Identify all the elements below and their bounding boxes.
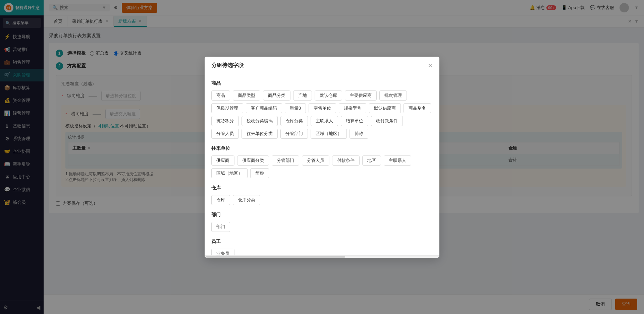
field-tag-0-17[interactable]: 主联系人 <box>311 116 338 126</box>
field-group-title-1: 往来单位 <box>211 145 433 151</box>
field-tag-0-23[interactable]: 区域（地区） <box>311 129 347 139</box>
modal-overlay: 分组待选字段 ✕ 商品商品商品类型商品分类产地默认仓库主要供应商批次管理保质期管… <box>0 0 644 314</box>
field-tag-0-8[interactable]: 客户商品编码 <box>246 103 282 113</box>
field-tag-0-15[interactable]: 税收分类编码 <box>241 116 278 126</box>
field-tag-1-2[interactable]: 分管部门 <box>272 155 299 166</box>
field-tag-0-14[interactable]: 拣货积分 <box>211 116 239 126</box>
field-group-title-4: 员工 <box>211 239 433 245</box>
field-tag-1-5[interactable]: 地区 <box>362 155 381 166</box>
field-tag-2-1[interactable]: 仓库分类 <box>233 195 260 205</box>
field-tags-1: 供应商供应商分类分管部门分管人员付款条件地区主联系人区域（地区）简称 <box>211 155 433 178</box>
modal-close-button[interactable]: ✕ <box>428 62 433 69</box>
modal-body[interactable]: 商品商品商品类型商品分类产地默认仓库主要供应商批次管理保质期管理客户商品编码重量… <box>205 75 439 255</box>
field-tag-2-0[interactable]: 仓库 <box>211 195 230 205</box>
field-tag-0-2[interactable]: 商品分类 <box>263 90 290 101</box>
field-group-1: 往来单位供应商供应商分类分管部门分管人员付款条件地区主联系人区域（地区）简称 <box>211 145 433 178</box>
field-tag-1-0[interactable]: 供应商 <box>211 155 234 166</box>
field-tag-0-3[interactable]: 产地 <box>293 90 312 101</box>
field-tags-4: 业务员 <box>211 249 433 255</box>
field-tags-0: 商品商品类型商品分类产地默认仓库主要供应商批次管理保质期管理客户商品编码重量3零… <box>211 90 433 139</box>
field-tag-0-13[interactable]: 商品别名 <box>404 103 431 113</box>
field-tag-1-3[interactable]: 分管人员 <box>302 155 329 166</box>
field-tag-0-11[interactable]: 规格型号 <box>339 103 366 113</box>
field-tag-0-1[interactable]: 商品类型 <box>233 90 260 101</box>
field-tag-1-1[interactable]: 供应商分类 <box>237 155 269 166</box>
field-group-4: 员工业务员 <box>211 239 433 255</box>
field-tag-0-4[interactable]: 默认仓库 <box>315 90 342 101</box>
field-tag-0-7[interactable]: 保质期管理 <box>211 103 243 113</box>
field-tag-0-9[interactable]: 重量3 <box>285 103 306 113</box>
field-tag-0-6[interactable]: 批次管理 <box>379 90 407 101</box>
field-group-2: 仓库仓库仓库分类 <box>211 185 433 205</box>
field-tag-0-0[interactable]: 商品 <box>211 90 230 101</box>
field-tag-3-0[interactable]: 部门 <box>211 222 230 232</box>
field-tag-0-21[interactable]: 往来单位分类 <box>241 129 278 139</box>
field-tag-0-5[interactable]: 主要供应商 <box>345 90 377 101</box>
field-tag-1-6[interactable]: 主联系人 <box>384 155 411 166</box>
modal-header: 分组待选字段 ✕ <box>205 57 439 75</box>
field-tag-1-7[interactable]: 区域（地区） <box>211 168 248 178</box>
field-tag-0-16[interactable]: 仓库分类 <box>280 116 308 126</box>
modal: 分组待选字段 ✕ 商品商品商品类型商品分类产地默认仓库主要供应商批次管理保质期管… <box>205 57 439 258</box>
field-tag-0-22[interactable]: 分管部门 <box>280 129 308 139</box>
field-tag-0-10[interactable]: 零售单位 <box>309 103 336 113</box>
field-group-title-0: 商品 <box>211 80 433 86</box>
field-tag-0-20[interactable]: 分管人员 <box>211 129 239 139</box>
field-tag-1-8[interactable]: 简称 <box>250 168 269 178</box>
field-tag-4-0[interactable]: 业务员 <box>211 249 234 255</box>
field-group-0: 商品商品商品类型商品分类产地默认仓库主要供应商批次管理保质期管理客户商品编码重量… <box>211 80 433 139</box>
field-tag-0-18[interactable]: 结算单位 <box>341 116 368 126</box>
field-group-title-2: 仓库 <box>211 185 433 191</box>
field-tag-0-24[interactable]: 简称 <box>350 129 368 139</box>
field-group-3: 部门部门 <box>211 212 433 232</box>
field-tag-1-4[interactable]: 付款条件 <box>332 155 360 166</box>
field-tags-3: 部门 <box>211 222 433 232</box>
hscroll-thumb <box>206 256 345 258</box>
field-group-title-3: 部门 <box>211 212 433 218</box>
modal-title: 分组待选字段 <box>211 62 244 69</box>
field-tag-0-19[interactable]: 收付款条件 <box>371 116 403 126</box>
modal-hscrollbar[interactable] <box>205 255 439 258</box>
field-tags-2: 仓库仓库分类 <box>211 195 433 205</box>
field-tag-0-12[interactable]: 默认供应商 <box>369 103 401 113</box>
